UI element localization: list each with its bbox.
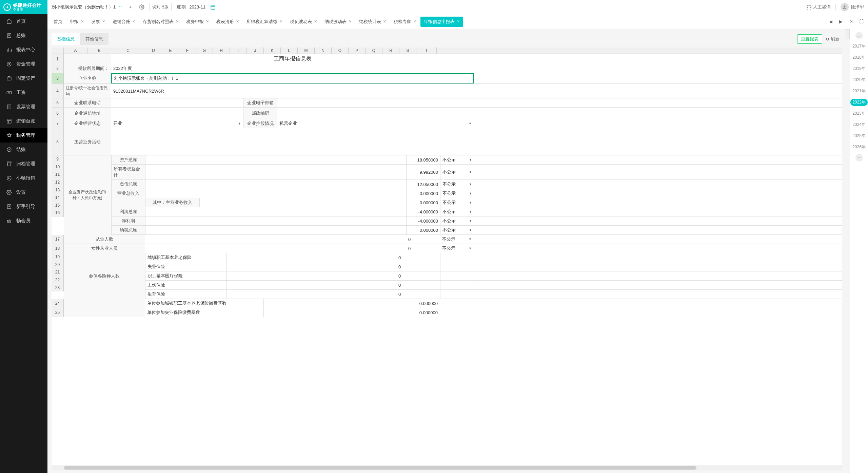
year-item[interactable]: 2026年 (850, 144, 868, 151)
employees-value[interactable]: 0 (379, 235, 440, 244)
nav-item-refund[interactable]: 小畅报销 (0, 171, 47, 185)
nav-item-invoice[interactable]: 发票管理 (0, 100, 47, 114)
insurance-value[interactable]: 0 (359, 281, 440, 289)
row-header[interactable]: 14 (52, 194, 64, 202)
switch-old-version-button[interactable]: 切到旧版 (149, 3, 172, 11)
tab[interactable]: 所得税汇算清缴✕ (243, 17, 286, 27)
col-header[interactable]: D (145, 48, 162, 54)
nav-item-salary[interactable]: 工资 (0, 86, 47, 100)
col-header[interactable]: L (281, 48, 298, 54)
nav-item-psi[interactable]: 进销台账 (0, 114, 47, 128)
horizontal-scrollbar[interactable] (52, 465, 842, 470)
close-icon[interactable]: ✕ (349, 19, 352, 24)
fin-input[interactable] (145, 207, 407, 216)
fullscreen-button[interactable]: ⛶ (857, 18, 865, 26)
col-header[interactable]: K (264, 48, 281, 54)
fin-value[interactable]: 0.000000 (407, 189, 440, 198)
contrib-input[interactable] (264, 308, 406, 317)
tab[interactable]: 纳税波动表✕ (321, 17, 355, 27)
female-input[interactable] (145, 244, 379, 253)
row-header[interactable]: 9 (52, 155, 64, 163)
subtab-basic[interactable]: 基础信息 (52, 33, 80, 45)
col-header[interactable]: J (247, 48, 264, 54)
row-header[interactable]: 16 (52, 209, 64, 217)
fin-input[interactable] (145, 216, 407, 225)
insurance-value[interactable]: 0 (359, 253, 440, 262)
insurance-input[interactable] (227, 281, 359, 289)
female-value[interactable]: 0 (379, 244, 440, 253)
fin-input[interactable] (145, 155, 407, 164)
publish-select[interactable]: 不公示▼ (440, 226, 474, 234)
row-header[interactable]: 2 (52, 64, 64, 73)
address-input[interactable] (111, 108, 243, 119)
nav-item-close-bk[interactable]: 结账 (0, 143, 47, 157)
main-biz-input[interactable] (111, 128, 474, 155)
year-rail-collapse[interactable]: ‹ (845, 29, 850, 39)
account-selector[interactable]: 刘小艳演示账套（勿删勿动！）1 ﹀ (52, 4, 123, 10)
nav-item-settings[interactable]: 设置 (0, 185, 47, 200)
email-input[interactable] (277, 98, 474, 107)
insurance-value[interactable]: 0 (359, 271, 440, 280)
nav-item-asset[interactable]: 固定资产 (0, 71, 47, 86)
col-header[interactable]: F (179, 48, 196, 54)
year-item[interactable]: 2018年 (850, 54, 868, 61)
close-icon[interactable]: ✕ (132, 19, 135, 24)
nav-item-home[interactable]: 首页 (0, 14, 47, 29)
close-icon[interactable]: ✕ (314, 19, 317, 24)
reset-report-button[interactable]: 重置报表 (797, 34, 822, 44)
col-header[interactable]: I (230, 48, 247, 54)
year-item[interactable]: 2024年 (850, 121, 868, 128)
year-item[interactable]: 2019年 (850, 65, 868, 72)
nav-item-tax[interactable]: 税务管理 (0, 128, 47, 143)
close-icon[interactable]: ✕ (236, 19, 239, 24)
insurance-input[interactable] (227, 262, 359, 271)
contrib-value[interactable]: 0.000000 (406, 308, 440, 317)
tab[interactable]: 申报✕ (66, 17, 87, 27)
row-header[interactable]: 3 (52, 73, 64, 83)
row-header[interactable]: 1 (52, 54, 64, 64)
tab[interactable]: 税表清册✕ (213, 17, 242, 27)
col-header[interactable]: P (349, 48, 366, 54)
col-header[interactable]: E (162, 48, 179, 54)
row-header[interactable]: 13 (52, 186, 64, 194)
publish-select[interactable]: 不公示▼ (440, 198, 474, 207)
tab[interactable]: 首页 (50, 17, 66, 27)
row-header[interactable]: 24 (52, 299, 64, 308)
close-icon[interactable]: ✕ (206, 19, 209, 24)
refresh-button[interactable]: ↻ 刷新 (826, 36, 840, 42)
fin-input[interactable] (145, 180, 407, 189)
settings-icon-button[interactable] (138, 3, 146, 11)
row-header[interactable]: 17 (52, 235, 64, 244)
calendar-icon[interactable] (209, 3, 217, 11)
fin-value[interactable]: 0.000000 (407, 226, 440, 234)
fin-sub-value[interactable]: 0.000000 (407, 198, 440, 207)
row-header[interactable]: 4 (52, 84, 64, 98)
phone-input[interactable] (111, 98, 243, 107)
fin-value[interactable]: 18.050000 (407, 155, 440, 164)
insurance-value[interactable]: 0 (359, 290, 440, 299)
tab[interactable]: 税检专家✕ (390, 17, 420, 27)
tab[interactable]: 税务申报✕ (183, 17, 212, 27)
contrib-value[interactable]: 0.000000 (406, 299, 440, 308)
employees-input[interactable] (145, 235, 379, 244)
col-header[interactable]: T (416, 48, 437, 54)
contrib-input[interactable] (264, 299, 406, 308)
fin-input[interactable] (145, 165, 407, 179)
fin-input[interactable] (145, 226, 407, 234)
year-down-button[interactable]: ﹀ (855, 154, 863, 162)
row-header[interactable]: 6 (52, 108, 64, 119)
row-header[interactable]: 19 (52, 253, 64, 261)
tab[interactable]: 发票✕ (88, 17, 108, 27)
row-header[interactable]: 25 (52, 308, 64, 317)
tabs-close-all-button[interactable]: ✕ (847, 18, 855, 26)
publish-select[interactable]: 不公示▼ (440, 165, 474, 179)
row-header[interactable]: 7 (52, 119, 64, 128)
row-header[interactable]: 15 (52, 202, 64, 209)
year-item[interactable]: 2017年 (850, 43, 868, 50)
tab[interactable]: 存货别名对照表✕ (139, 17, 182, 27)
insurance-input[interactable] (227, 290, 359, 299)
year-item[interactable]: 2023年 (850, 110, 868, 117)
publish-select[interactable]: 不公示▼ (440, 216, 474, 225)
subtab-other[interactable]: 其他信息 (80, 33, 108, 45)
col-header[interactable]: M (298, 48, 315, 54)
